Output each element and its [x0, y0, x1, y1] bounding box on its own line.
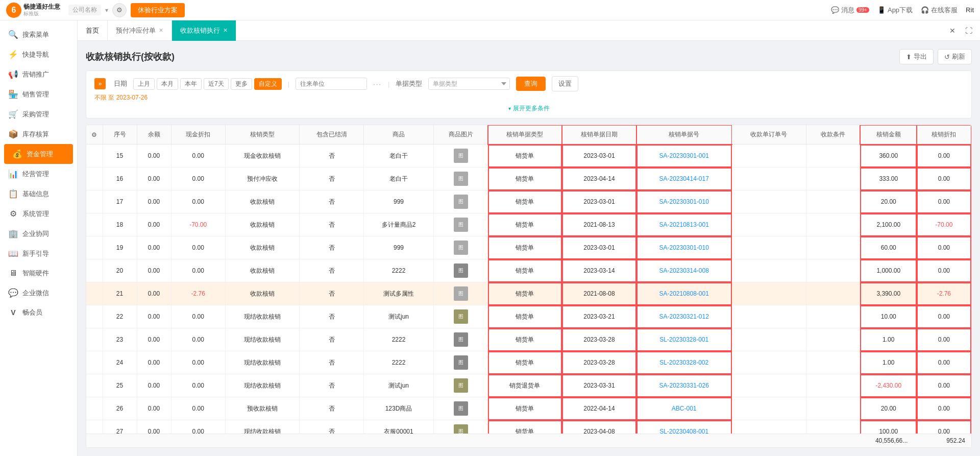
- date-filter-label: 日期: [114, 79, 127, 88]
- sidebar-item-label: 企业微信: [22, 289, 49, 298]
- col-collection-order-no: 收款单订单号: [732, 125, 806, 145]
- cell-writeoff-no[interactable]: SA-20210813-001: [636, 213, 732, 236]
- writeoff-no-link[interactable]: SA-20230331-026: [659, 382, 708, 389]
- industry-button[interactable]: 休验行业方案: [131, 3, 185, 17]
- tab-prepay-close-icon[interactable]: ✕: [159, 27, 163, 34]
- writeoff-no-link[interactable]: SA-20230301-010: [659, 244, 708, 251]
- cell-writeoff-type: 现结收款核销: [225, 374, 299, 397]
- cell-include-settled: 否: [300, 167, 364, 190]
- user-info[interactable]: Rit: [966, 6, 974, 14]
- writeoff-no-link[interactable]: SA-20210808-001: [659, 290, 708, 297]
- sidebar-item-finance[interactable]: 💰 资金管理: [4, 144, 73, 164]
- date-this-year[interactable]: 本年: [180, 78, 202, 90]
- sidebar-item-enterprise[interactable]: 🏢 企业协同: [0, 224, 77, 244]
- col-writeoff-amount: 核销金额: [860, 125, 917, 145]
- cell-product-image: 图: [433, 145, 487, 167]
- sidebar-item-search[interactable]: 🔍 搜索菜单: [0, 25, 77, 44]
- writeoff-no-link[interactable]: SA-20210813-001: [659, 221, 708, 228]
- table-scroll[interactable]: ⚙ 序号 余额 现金折扣 核销类型 包含已结清 商品 商品图片 核销单据类型: [86, 125, 971, 434]
- sidebar-item-guide[interactable]: 📖 新手引导: [0, 244, 77, 263]
- app-download[interactable]: 📱 App下载: [877, 6, 913, 15]
- cell-writeoff-no[interactable]: SL-20230328-002: [636, 351, 732, 374]
- cell-no: 23: [103, 328, 137, 351]
- writeoff-no-link[interactable]: ABC-001: [672, 405, 697, 412]
- cell-writeoff-discount: 0.00: [917, 167, 971, 190]
- sidebar-item-shortcut[interactable]: ⚡ 快捷导航: [0, 44, 77, 64]
- col-settings[interactable]: ⚙: [86, 125, 103, 145]
- col-writeoff-date: 核销单据日期: [562, 125, 636, 145]
- cell-writeoff-voucher-type: 销货单: [488, 397, 562, 420]
- online-service[interactable]: 🎧 在线客服: [921, 6, 958, 15]
- sidebar-item-label: 营销推广: [22, 70, 49, 79]
- tab-maximize-button[interactable]: ⛶: [962, 23, 976, 38]
- writeoff-no-link[interactable]: SA-20230301-001: [659, 152, 708, 159]
- filter-expand-arrow[interactable]: »: [94, 78, 106, 89]
- table-row: 18 0.00 -70.00 收款核销 否 多计量商品2 图 销货单 2021-…: [86, 213, 971, 236]
- writeoff-no-link[interactable]: SA-20230321-012: [659, 313, 708, 320]
- cell-writeoff-no[interactable]: ABC-001: [636, 397, 732, 420]
- settings-button[interactable]: 设置: [552, 76, 578, 91]
- date-custom[interactable]: 自定义: [254, 78, 282, 90]
- finance-icon: 💰: [12, 149, 22, 159]
- sidebar-item-marketing[interactable]: 📢 营销推广: [0, 64, 77, 84]
- col-product-image: 商品图片: [433, 125, 487, 145]
- voucher-type-label: 单据类型: [396, 79, 422, 88]
- voucher-type-select[interactable]: 单据类型: [428, 78, 510, 90]
- writeoff-no-link[interactable]: SA-20230301-010: [659, 198, 708, 205]
- tab-collection[interactable]: 收款核销执行 ✕: [172, 20, 236, 41]
- sidebar-item-inventory[interactable]: 📦 库存核算: [0, 124, 77, 144]
- tab-collection-close-icon[interactable]: ✕: [223, 27, 228, 34]
- gear-button[interactable]: ⚙: [112, 3, 127, 17]
- sidebar-item-wechat[interactable]: 💬 企业微信: [0, 283, 77, 303]
- notification-area[interactable]: 💬 消息 99+: [831, 6, 869, 15]
- export-button[interactable]: ⬆ 导出: [899, 49, 934, 64]
- column-settings-icon[interactable]: ⚙: [91, 131, 97, 138]
- writeoff-no-link[interactable]: SA-20230414-017: [659, 175, 708, 182]
- sidebar-item-sales[interactable]: 🏪 销售管理: [0, 84, 77, 104]
- cell-writeoff-no[interactable]: SA-20230301-001: [636, 145, 732, 167]
- date-last-month[interactable]: 上月: [133, 78, 155, 90]
- cell-writeoff-amount: -2,430.00: [860, 374, 917, 397]
- cell-writeoff-no[interactable]: SA-20210808-001: [636, 282, 732, 305]
- search-icon: 🔍: [8, 30, 18, 39]
- writeoff-no-link[interactable]: SL-20230408-001: [659, 428, 708, 434]
- cell-writeoff-no[interactable]: SA-20230301-010: [636, 190, 732, 213]
- cell-writeoff-no[interactable]: SA-20230301-010: [636, 236, 732, 259]
- date-this-month[interactable]: 本月: [157, 78, 178, 90]
- tab-home[interactable]: 首页: [78, 20, 108, 41]
- filter-dots: ···: [373, 80, 382, 88]
- cell-writeoff-no[interactable]: SA-20230331-026: [636, 374, 732, 397]
- query-button[interactable]: 查询: [516, 77, 546, 91]
- counterparty-input[interactable]: [296, 78, 367, 90]
- tab-prepay[interactable]: 预付冲应付单 ✕: [108, 20, 172, 41]
- sidebar-item-system[interactable]: ⚙ 系统管理: [0, 204, 77, 224]
- cell-writeoff-no[interactable]: SA-20230414-017: [636, 167, 732, 190]
- cell-writeoff-no[interactable]: SL-20230328-001: [636, 328, 732, 351]
- cell-writeoff-no[interactable]: SA-20230314-008: [636, 259, 732, 282]
- sidebar-item-purchase[interactable]: 🛒 采购管理: [0, 104, 77, 124]
- cell-writeoff-no[interactable]: SL-20230408-001: [636, 420, 732, 434]
- sidebar-item-member[interactable]: V 畅会员: [0, 303, 77, 322]
- tab-close-button[interactable]: ✕: [945, 23, 960, 38]
- date-last-7-days[interactable]: 近7天: [204, 78, 229, 90]
- cell-collection-condition: [806, 190, 860, 213]
- sidebar-item-hardware[interactable]: 🖥 智能硬件: [0, 263, 77, 283]
- cell-writeoff-no[interactable]: SA-20230321-012: [636, 305, 732, 328]
- expand-more-btn[interactable]: ▾ 展开更多条件: [94, 104, 963, 113]
- writeoff-no-link[interactable]: SA-20230314-008: [659, 267, 708, 274]
- sidebar-item-basic[interactable]: 📋 基础信息: [0, 184, 77, 204]
- col-writeoff-discount: 核销折扣: [917, 125, 971, 145]
- company-dropdown-icon[interactable]: ▾: [105, 7, 108, 14]
- table-header-row: ⚙ 序号 余额 现金折扣 核销类型 包含已结清 商品 商品图片 核销单据类型: [86, 125, 971, 145]
- date-more[interactable]: 更多: [231, 78, 252, 90]
- cell-writeoff-date: 2023-03-31: [562, 374, 636, 397]
- writeoff-no-link[interactable]: SL-20230328-001: [659, 336, 708, 343]
- refresh-button[interactable]: ↺ 刷新: [938, 49, 972, 64]
- date-range-text: 不限 至 2023-07-26: [94, 94, 148, 101]
- sidebar-item-operations[interactable]: 📊 经营管理: [0, 164, 77, 184]
- cell-collection-condition: [806, 259, 860, 282]
- cell-balance: 0.00: [137, 351, 171, 374]
- cell-balance: 0.00: [137, 420, 171, 434]
- writeoff-no-link[interactable]: SL-20230328-002: [659, 359, 708, 366]
- cell-balance: 0.00: [137, 328, 171, 351]
